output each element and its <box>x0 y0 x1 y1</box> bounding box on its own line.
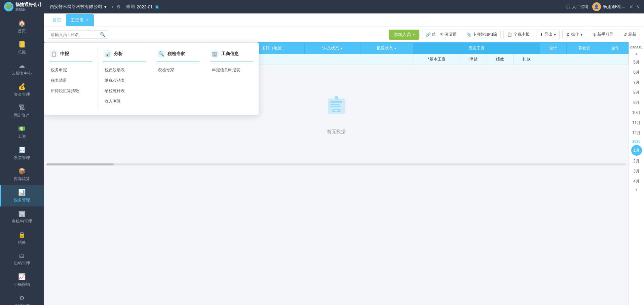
sidebar-label-multi-org: 多机构管理 <box>12 219 32 224</box>
sidebar-label-close-account: 结账 <box>18 240 26 245</box>
tax-icon: 📊 <box>18 189 26 196</box>
year-nav-down[interactable]: ▼ <box>632 186 641 193</box>
month-11[interactable]: 11月 <box>630 118 643 127</box>
salary-icon: 💵 <box>18 125 26 132</box>
month-1[interactable]: 1月 <box>631 145 642 156</box>
sidebar-label-inventory: 库存核算 <box>14 176 30 182</box>
th-spacer2 <box>540 54 629 65</box>
month-12[interactable]: 12月 <box>630 128 643 138</box>
close-icon[interactable]: ✕ <box>629 4 633 9</box>
sidebar-item-archive[interactable]: 🗂 归档管理 <box>0 249 44 270</box>
export-button[interactable]: ⬇ 导出 ▾ <box>536 30 560 39</box>
sidebar-item-basic-settings[interactable]: ⚙ 基础设置 <box>0 291 44 305</box>
status-filter-icon[interactable]: ▼ <box>340 47 343 50</box>
month-7[interactable]: 7月 <box>630 78 643 87</box>
menu-item-tax-stats[interactable]: 纳税统计表 <box>103 86 146 96</box>
operation-arrow-icon: ▾ <box>580 32 582 37</box>
sidebar-item-fund[interactable]: 💰 资金管理 <box>0 80 44 101</box>
top-bar-right: 🎧 人工咨询 👤 畅捷通B组... ✕ ⤡ <box>566 2 640 11</box>
dropdown-menu: 📋 申报 税务申报 税表清册 所得税汇算清缴 📊 分析 税负波动表 <box>44 42 259 115</box>
calendar-icon[interactable]: ▣ <box>155 4 159 9</box>
guide-button[interactable]: ◎ 新手引导 <box>589 30 617 39</box>
scroll-track[interactable] <box>46 163 626 165</box>
month-8[interactable]: 8月 <box>630 88 643 97</box>
menu-item-tax-table[interactable]: 税表清册 <box>49 75 92 86</box>
sidebar-item-fixed-assets[interactable]: 🏗 固定资产 <box>0 101 44 122</box>
month-10[interactable]: 10月 <box>630 108 643 117</box>
logo-icon: 💚 <box>4 2 13 11</box>
sidebar-label-fixed-assets: 固定资产 <box>14 113 30 118</box>
th-report-status: 报送状态 ▼ <box>361 43 413 54</box>
menu-item-tax-fluctuation[interactable]: 纳税波动表 <box>103 75 146 86</box>
sidebar-label-invoice: 发票管理 <box>14 155 30 161</box>
dropdown-section-analysis: 📊 分析 税负波动表 纳税波动表 纳税统计表 收入测算 <box>98 47 152 111</box>
tab-bar: 首页 工资表 ✕ <box>44 13 644 27</box>
social-security-button[interactable]: 🔗 统一社保设置 <box>422 30 460 39</box>
tax-report-button[interactable]: 📋 个税申报 <box>503 30 533 39</box>
operation-button[interactable]: ⚙ 操作 ▾ <box>562 30 586 39</box>
operation-icon: ⚙ <box>566 32 570 37</box>
logo-sub: 旗舰版 <box>15 7 42 11</box>
menu-item-tax-expert[interactable]: 税检专家 <box>157 65 199 75</box>
add-person-button[interactable]: 添加人员 ▾ <box>389 30 419 40</box>
section-header-analysis: 📊 分析 <box>103 47 146 62</box>
search-input[interactable] <box>51 32 98 37</box>
tab-salary[interactable]: 工资表 ✕ <box>66 14 94 26</box>
report-sales-icon: 📈 <box>18 273 26 280</box>
dropdown-section-tax-expert: 🔍 税检专家 税检专家 <box>151 47 205 111</box>
sidebar-item-home[interactable]: 🏠 首页 <box>0 16 44 37</box>
menu-item-income-forecast[interactable]: 收入测算 <box>103 96 146 107</box>
add-company-icon[interactable]: + <box>111 4 114 9</box>
guide-btn-icon: ◎ <box>593 32 596 37</box>
svg-rect-3 <box>330 106 341 107</box>
period-label: 账期 <box>126 4 135 10</box>
refresh-icon: ↺ <box>623 32 627 37</box>
menu-item-tax-burden[interactable]: 税负波动表 <box>103 65 146 75</box>
month-4[interactable]: 4月 <box>630 177 643 186</box>
export-arrow-icon: ▾ <box>554 32 556 37</box>
sidebar-item-invoice[interactable]: 🧾 发票管理 <box>0 143 44 164</box>
search-input-wrap: 🔍 <box>48 30 108 39</box>
refresh-button[interactable]: ↺ 刷新 <box>620 30 640 39</box>
th-total: 合计 <box>540 43 567 54</box>
menu-item-annual-report[interactable]: 年报信息申报表 <box>211 65 254 75</box>
social-security-icon: 🔗 <box>426 32 431 37</box>
search-icon: 🔍 <box>100 32 105 37</box>
special-deduction-button[interactable]: 📎 专项附加扣除 <box>463 30 501 39</box>
month-5[interactable]: 5月 <box>630 58 643 67</box>
month-9[interactable]: 9月 <box>630 98 643 107</box>
special-deduction-icon: 📎 <box>466 32 471 37</box>
month-2[interactable]: 2月 <box>630 156 643 166</box>
month-6[interactable]: 6月 <box>630 68 643 77</box>
tab-salary-close[interactable]: ✕ <box>86 18 89 23</box>
expand-icon[interactable]: ⤡ <box>636 4 640 9</box>
menu-item-income-tax[interactable]: 所得税汇算清缴 <box>49 86 92 96</box>
tax-report-icon: 📋 <box>507 32 512 37</box>
section-title-business-info: 工商信息 <box>221 51 239 57</box>
invoice-icon: 🧾 <box>18 146 26 154</box>
sidebar-item-report-sales[interactable]: 📈 小畅报销 <box>0 270 44 291</box>
chevron-down-icon: ▾ <box>104 4 107 9</box>
report-filter-icon[interactable]: ▼ <box>394 47 397 50</box>
tab-home[interactable]: 首页 <box>48 14 66 26</box>
year-nav-up[interactable]: ▲ <box>632 50 641 57</box>
month-3[interactable]: 3月 <box>630 166 643 176</box>
sidebar-item-ledger[interactable]: 📒 总账 <box>0 37 44 59</box>
sidebar-item-cloud-report[interactable]: ☁ 云报表中心 <box>0 59 44 80</box>
user-info[interactable]: 👤 畅捷通B组... <box>592 2 625 11</box>
sidebar-item-salary[interactable]: 💵 工资 <box>0 122 44 143</box>
sidebar-item-close-account[interactable]: 🔒 结账 <box>0 228 44 249</box>
sidebar-item-tax[interactable]: 📊 税务管理 <box>0 185 44 206</box>
company-name: 西安虾米网络科技有限公司 <box>50 4 102 10</box>
section-title-tax-expert: 税检专家 <box>167 51 185 57</box>
support-button[interactable]: 🎧 人工咨询 <box>566 4 588 10</box>
main-layout: 🏠 首页 📒 总账 ☁ 云报表中心 💰 资金管理 🏗 固定资产 💵 工资 🧾 发… <box>0 13 644 305</box>
sidebar-item-inventory[interactable]: 📦 库存核算 <box>0 164 44 185</box>
settings-icon[interactable]: ⚙ <box>117 4 121 9</box>
company-selector[interactable]: 西安虾米网络科技有限公司 ▾ <box>47 2 109 11</box>
export-label: 导出 <box>544 32 553 37</box>
menu-item-tax-declaration[interactable]: 税务申报 <box>49 65 92 75</box>
scroll-thumb[interactable] <box>46 163 114 165</box>
current-year-label: 2023.01 <box>630 44 643 50</box>
sidebar-item-multi-org[interactable]: 🏢 多机构管理 <box>0 206 44 228</box>
